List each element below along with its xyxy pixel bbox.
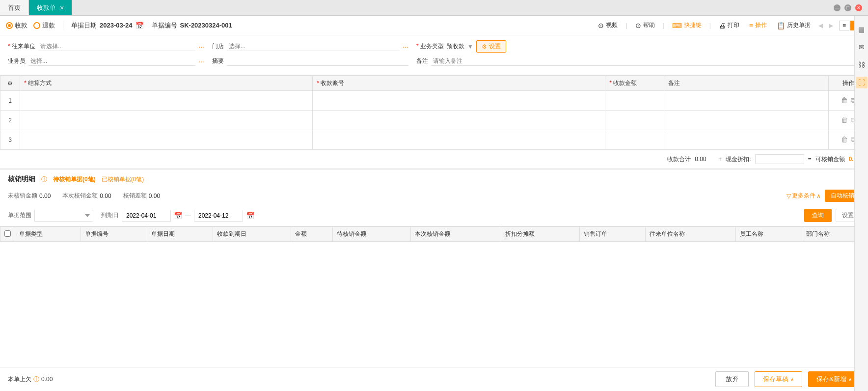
save-new-button[interactable]: 保存&新增 ∧: [808, 371, 860, 387]
row-remark-3[interactable]: [664, 130, 829, 150]
remark-field: 备注: [416, 56, 860, 66]
due-to-input[interactable]: [194, 210, 243, 222]
date-value: 2023-03-24: [100, 22, 133, 29]
row-delete-icon-2[interactable]: 🗑: [841, 116, 848, 124]
row-delete-icon-1[interactable]: 🗑: [841, 96, 848, 105]
save-draft-arrow-icon: ∧: [790, 377, 794, 382]
col-header-due: 收款到期日: [213, 227, 291, 242]
footer-info-icon[interactable]: ⓘ: [33, 375, 39, 384]
row-remark-1[interactable]: [664, 91, 829, 111]
row-account-2[interactable]: [313, 111, 605, 130]
window-close-button[interactable]: ✕: [855, 4, 862, 11]
operation-icon: ≡: [749, 22, 753, 29]
verification-section-header: 核销明细 ⓘ 待核销单据(0笔) 已核销单据(0笔): [0, 168, 868, 187]
range-label: 单据范围: [8, 211, 31, 220]
col-header-current: 本次核销金额: [411, 227, 501, 242]
sidebar-expand-icon[interactable]: ⛶: [856, 77, 868, 88]
table-row: 2 🗑 ⧉: [0, 111, 868, 130]
radio-receipt-label: 收款: [15, 21, 27, 30]
print-button[interactable]: 🖨 打印: [717, 20, 741, 30]
abandon-button[interactable]: 放弃: [715, 371, 749, 387]
cal-icon-to[interactable]: 📅: [246, 212, 254, 220]
video-button[interactable]: ⊙ 视频: [596, 20, 620, 30]
store-input[interactable]: [227, 42, 400, 51]
receipt-table-section: ⚙ * 结算方式 * 收款账号 * 收款金额: [0, 75, 868, 150]
diff-stat: 核销差额 0.00: [123, 192, 160, 200]
partner-label: * 往来单位: [8, 42, 35, 51]
settings-button[interactable]: ⚙ 设置: [476, 40, 506, 53]
footer-stat-label: 本单上欠: [8, 375, 31, 384]
query-button[interactable]: 查询: [804, 209, 832, 222]
list-view-button[interactable]: ≡: [839, 21, 849, 30]
bottom-table-wrapper: 单据类型 单据编号 单据日期 收款到期日 金额 待核销金额: [0, 226, 868, 367]
form-row-1: * 往来单位 ··· 门店 ··· * 业务类型 预收款 ▼: [8, 40, 860, 53]
row-amount-1[interactable]: [605, 91, 664, 111]
salesperson-input[interactable]: [28, 56, 195, 66]
store-more-icon[interactable]: ···: [403, 43, 408, 51]
summary-field: 摘要: [212, 56, 408, 66]
discount-input[interactable]: [755, 154, 804, 164]
radio-receipt[interactable]: 收款: [6, 21, 27, 30]
row-amount-3[interactable]: [605, 130, 664, 150]
row-settlement-3[interactable]: [20, 130, 313, 150]
operation-button[interactable]: ≡ 操作: [747, 20, 769, 30]
business-value: 预收款: [447, 42, 464, 51]
cal-icon-from[interactable]: 📅: [174, 212, 182, 220]
more-conditions-button[interactable]: ▽ 更多条件 ∧: [787, 192, 821, 200]
col-header-amount: 金额: [291, 227, 333, 242]
sidebar-attach-icon[interactable]: ⛓: [856, 59, 868, 71]
pending-tab-link[interactable]: 待核销单据(0笔): [53, 175, 96, 184]
row-remark-2[interactable]: [664, 111, 829, 130]
sidebar-mail-icon[interactable]: ✉: [856, 41, 868, 53]
window-minimize-button[interactable]: —: [834, 4, 841, 11]
business-arrow-icon[interactable]: ▼: [467, 43, 473, 50]
row-amount-2[interactable]: [605, 111, 664, 130]
col-header-settings[interactable]: ⚙: [0, 76, 20, 91]
main-toolbar: 收款 退款 单据日期 2023-03-24 📅 单据编号 SK-20230324…: [0, 16, 868, 35]
col-header-checkbox[interactable]: [0, 227, 15, 242]
keyboard-icon: ⌨: [672, 22, 682, 29]
shortcut-button[interactable]: ⌨ 快捷键: [670, 20, 704, 30]
row-settlement-1[interactable]: [20, 91, 313, 111]
salesperson-more-icon[interactable]: ···: [198, 57, 204, 65]
save-draft-button[interactable]: 保存草稿 ∧: [755, 371, 802, 387]
total-label: 收款合计: [667, 155, 691, 164]
col-header-amount: * 收款金额: [605, 76, 664, 91]
history-button[interactable]: 📋 历史单据: [775, 20, 813, 30]
remark-input[interactable]: [431, 56, 860, 66]
range-select[interactable]: [34, 210, 93, 222]
help-button[interactable]: ⊙ 帮助: [633, 20, 657, 30]
discount-label: 现金折扣:: [726, 155, 751, 164]
verified-tab-link[interactable]: 已核销单据(0笔): [102, 175, 144, 184]
toolbar-divider-1: [63, 21, 63, 30]
partner-input[interactable]: [38, 42, 195, 51]
due-label: 到期日: [101, 211, 119, 220]
tab-close-icon[interactable]: ×: [60, 4, 64, 12]
footer-stat: 本单上欠 ⓘ 0.00: [8, 375, 53, 384]
receipt-table-wrapper: ⚙ * 结算方式 * 收款账号 * 收款金额: [0, 75, 868, 150]
col-header-settlement: * 结算方式: [20, 76, 313, 91]
print-icon: 🖨: [719, 22, 726, 29]
row-account-3[interactable]: [313, 130, 605, 150]
footer-stat-value: 0.00: [41, 376, 53, 383]
due-from-input[interactable]: [122, 210, 171, 222]
salesperson-label: 业务员: [8, 57, 26, 65]
row-num-3: 3: [0, 130, 20, 150]
verifiable-label: 可核销金额: [815, 155, 845, 164]
tab-home[interactable]: 首页: [0, 0, 29, 15]
tab-current[interactable]: 收款单 ×: [29, 0, 72, 15]
window-maximize-button[interactable]: □: [844, 4, 851, 11]
row-account-1[interactable]: [313, 91, 605, 111]
calendar-icon[interactable]: 📅: [136, 22, 144, 29]
sidebar-table-icon[interactable]: ▦: [856, 24, 868, 35]
select-all-checkbox[interactable]: [4, 230, 11, 237]
business-select[interactable]: 预收款 ▼: [447, 42, 473, 51]
verification-info-icon[interactable]: ⓘ: [41, 175, 47, 184]
radio-refund[interactable]: 退款: [33, 21, 55, 30]
row-delete-icon-3[interactable]: 🗑: [841, 136, 848, 144]
table-row: 1 🗑 ⧉: [0, 91, 868, 111]
row-settlement-2[interactable]: [20, 111, 313, 130]
partner-field: * 往来单位 ···: [8, 42, 204, 51]
partner-more-icon[interactable]: ···: [198, 43, 204, 51]
summary-input[interactable]: [227, 56, 408, 66]
